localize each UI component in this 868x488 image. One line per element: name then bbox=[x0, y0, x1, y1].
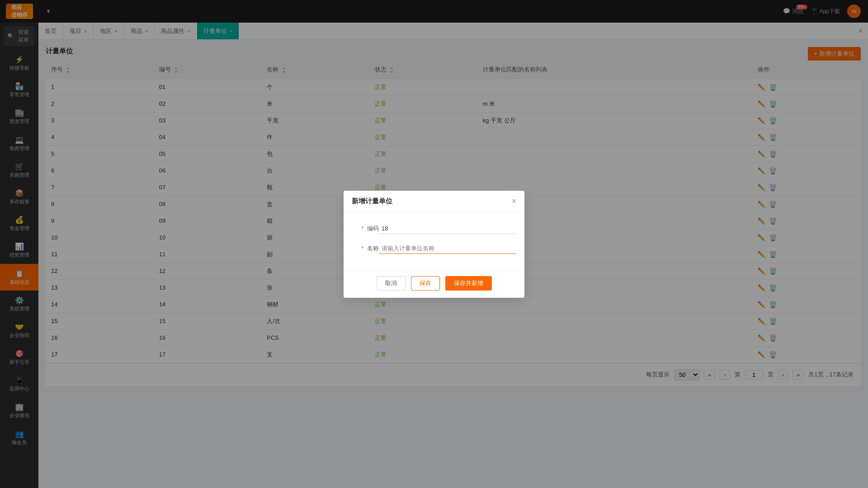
cancel-button[interactable]: 取消 bbox=[377, 276, 406, 291]
form-row-name: * 名称 bbox=[352, 243, 516, 254]
save-button[interactable]: 保存 bbox=[411, 276, 440, 291]
name-input[interactable] bbox=[379, 243, 516, 254]
modal-body: * 编码 * 名称 bbox=[344, 212, 524, 270]
required-star-code: * bbox=[361, 225, 363, 232]
code-label: * 编码 bbox=[352, 225, 379, 233]
required-star-name: * bbox=[361, 245, 363, 252]
modal-header: 新增计量单位 × bbox=[344, 191, 524, 212]
modal-close-btn[interactable]: × bbox=[511, 197, 516, 205]
form-row-code: * 编码 bbox=[352, 223, 516, 234]
name-label: * 名称 bbox=[352, 244, 379, 253]
modal-overlay: 新增计量单位 × * 编码 * 名称 取消 保存 保存并新增 bbox=[0, 0, 868, 488]
save-and-new-button[interactable]: 保存并新增 bbox=[445, 276, 492, 291]
modal-footer: 取消 保存 保存并新增 bbox=[344, 270, 524, 298]
code-input[interactable] bbox=[379, 223, 516, 234]
modal-title: 新增计量单位 bbox=[352, 197, 392, 206]
add-unit-modal: 新增计量单位 × * 编码 * 名称 取消 保存 保存并新增 bbox=[344, 191, 524, 298]
